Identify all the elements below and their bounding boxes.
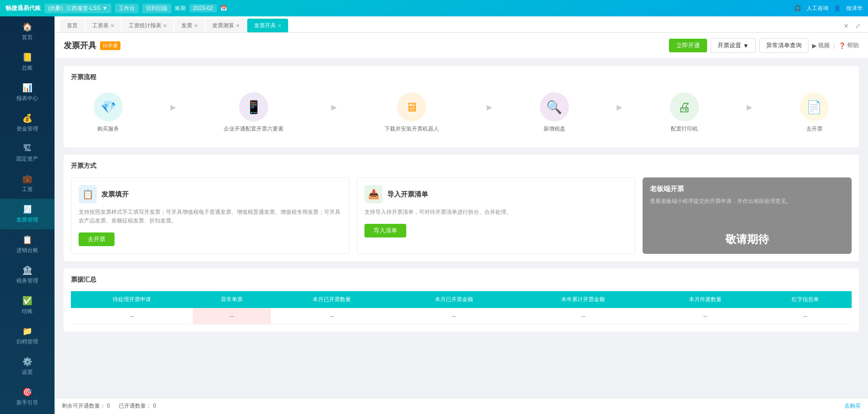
restore-tab-btn[interactable]: ⤢ (853, 21, 863, 30)
company-selector[interactable]: (勿删）江西服堂-LSS ▼ (45, 4, 111, 13)
sidebar-icon-ledger: 📒 (22, 52, 32, 62)
summary-section: 票据汇总 待处理开票申请异常单票本月已开票数量本月已开票金额本年累计开票金额本月… (64, 268, 859, 332)
sidebar-item-settings[interactable]: ⚙️设置 (0, 351, 55, 382)
workspace-btn[interactable]: 工作台 (115, 4, 139, 13)
company-dropdown-icon: ▼ (102, 5, 108, 11)
calendar-icon: 📅 (220, 5, 227, 11)
fill-open-desc: 支持按照发票样式手工填写开发票；可开具增值税电子普通发票、增值税普通发票、增值税… (79, 208, 342, 225)
avatar-icon: 👤 (834, 5, 841, 11)
summary-col-4: 本年累计开票金额 (515, 291, 652, 308)
fill-open-title: 发票填开 (101, 190, 129, 199)
flow-step-enterprise-setup[interactable]: 📱 企业开通配置开票六要素 (224, 92, 284, 133)
sidebar-icon-salary: 💼 (22, 174, 32, 184)
divider-1: | (833, 42, 835, 49)
flow-step-config-printer[interactable]: 🖨 配置打印机 (670, 92, 699, 133)
remaining-label: 剩余可开通数量： (62, 403, 105, 409)
tab-close-salary-report[interactable]: ✕ (163, 23, 167, 28)
sidebar-item-ledger[interactable]: 📒总账 (0, 47, 55, 77)
support-label[interactable]: 人工咨询 (807, 5, 828, 12)
switch-old-btn[interactable]: 切到旧版 (142, 4, 171, 13)
import-open-btn[interactable]: 导入清单 (364, 224, 406, 237)
tab-invoice-calc[interactable]: 发票测算✕ (205, 19, 246, 32)
video-help-btn[interactable]: ▶ 视频 (812, 41, 830, 50)
summary-col-6: 红字信息单 (759, 291, 852, 308)
tab-invoice[interactable]: 发票✕ (175, 19, 205, 32)
flow-step-open-invoice[interactable]: 📄 去开票 (800, 92, 829, 133)
flow-step-label-add-taxbox: 新增税盘 (544, 125, 565, 133)
tab-label-invoice-open: 发票开具 (254, 22, 276, 30)
buy-link[interactable]: 去购买 (844, 402, 861, 410)
sidebar-label-invoice-mgr: 发票管理 (16, 216, 38, 224)
sidebar-item-member[interactable]: 👑畅会员 (0, 412, 55, 414)
help-btn[interactable]: ❓ 帮助 (838, 41, 859, 50)
page-title-area: 发票开具 待开通 (64, 40, 120, 51)
open-now-btn[interactable]: 立即开通 (669, 39, 707, 52)
sidebar-icon-tax: 🏦 (22, 265, 32, 275)
fill-open-icon: 📋 (79, 185, 97, 203)
sidebar-item-salary[interactable]: 💼工资 (0, 168, 55, 199)
flow-step-download-robot[interactable]: 🖥 下载并安装开票机器人 (384, 92, 439, 133)
remaining-value: 0 (107, 403, 110, 409)
sidebar-item-tax[interactable]: 🏦税务管理 (0, 260, 55, 290)
flow-step-label-enterprise-setup: 企业开通配置开票六要素 (224, 125, 284, 133)
sidebar-label-purchase: 进销台账 (16, 247, 38, 254)
flow-step-label-config-printer: 配置打印机 (671, 125, 698, 133)
sidebar-item-reports[interactable]: 📊报表中心 (0, 77, 55, 108)
sidebar-item-newbie[interactable]: 🎯新手引导 (0, 382, 55, 412)
help-label: 帮助 (847, 41, 859, 50)
page-body: 开票流程 💎 购买服务 ▶ 📱 企业开通配置开票六要素 ▶ 🖥 下载并安装开票机… (55, 59, 868, 398)
tab-close-invoice[interactable]: ✕ (194, 23, 198, 28)
period-value[interactable]: 2023-02 (190, 4, 217, 12)
fill-open-btn[interactable]: 去开票 (79, 232, 115, 246)
flow-step-add-taxbox[interactable]: 🔍 新增税盘 (540, 92, 569, 133)
summary-table: 待处理开票申请异常单票本月已开票数量本月已开票金额本年累计开票金额本月作废数量红… (71, 291, 852, 324)
top-bar-right: 🎧 人工咨询 👤 徐泽华 (794, 5, 863, 12)
flow-arrow-2: ▶ (487, 103, 492, 122)
tab-close-salary[interactable]: ✕ (110, 23, 114, 28)
old-terminal-card: 老板端开票 查看老板端小程序提交的开票申请，并作出相应处理意见。 敬请期待 (643, 177, 852, 254)
bottom-info: 剩余可开通数量： 0 已开通数量： 0 (62, 402, 156, 410)
close-tab-btn[interactable]: ✕ (842, 21, 851, 30)
flow-step-label-buy-service: 购买服务 (97, 125, 119, 133)
summary-val-1: -- (193, 308, 271, 324)
methods-section-title: 开票方式 (71, 162, 852, 170)
sidebar-icon-purchase: 📋 (22, 235, 32, 245)
sidebar-item-settle[interactable]: ✅结账 (0, 290, 55, 321)
tab-invoice-open[interactable]: 发票开具✕ (247, 19, 288, 32)
summary-col-0: 待处理开票申请 (71, 291, 193, 308)
sidebar-item-archive[interactable]: 📁归档管理 (0, 321, 55, 351)
sidebar-icon-newbie: 🎯 (22, 387, 32, 397)
flow-step-buy-service[interactable]: 💎 购买服务 (94, 92, 123, 133)
sidebar-icon-archive: 📁 (22, 326, 32, 336)
sidebar-icon-home: 🏠 (22, 22, 32, 32)
sidebar-icon-funds: 💰 (22, 113, 32, 123)
sidebar-item-invoice-mgr[interactable]: 🧾发票管理 (0, 199, 55, 229)
sidebar-item-purchase[interactable]: 📋进销台账 (0, 229, 55, 260)
open-settings-label: 开票设置 (718, 41, 741, 50)
tab-close-invoice-open[interactable]: ✕ (278, 23, 281, 28)
coming-soon-text: 敬请期待 (650, 232, 844, 247)
abnormal-query-btn[interactable]: 异常清单查询 (759, 38, 808, 53)
tab-salary[interactable]: 工资表✕ (85, 19, 121, 32)
flow-step-icon-add-taxbox: 🔍 (540, 92, 569, 121)
open-settings-btn[interactable]: 开票设置 ▼ (711, 38, 756, 53)
top-bar: 畅捷通易代账 (勿删）江西服堂-LSS ▼ 工作台 切到旧版 账期 2023-0… (0, 0, 868, 16)
flow-steps: 💎 购买服务 ▶ 📱 企业开通配置开票六要素 ▶ 🖥 下载并安装开票机器人 ▶ … (71, 89, 852, 140)
sidebar-item-home[interactable]: 🏠首页 (0, 16, 55, 47)
tab-salary-report[interactable]: 工资统计报表✕ (122, 19, 174, 32)
sidebar-item-funds[interactable]: 💰资金管理 (0, 108, 55, 138)
user-name[interactable]: 徐泽华 (846, 5, 863, 12)
summary-val-0: -- (71, 308, 193, 324)
flow-arrow-4: ▶ (747, 103, 752, 122)
sidebar-icon-settle: ✅ (22, 296, 32, 306)
summary-col-2: 本月已开票数量 (271, 291, 393, 308)
sidebar-icon-assets: 🏗 (23, 144, 31, 153)
page-content: 发票开具 待开通 立即开通 开票设置 ▼ 异常清单查询 ▶ 视频 | (55, 33, 868, 414)
tab-home[interactable]: 首页 (60, 19, 85, 32)
summary-col-5: 本月作废数量 (652, 291, 759, 308)
tab-close-invoice-calc[interactable]: ✕ (236, 23, 239, 28)
sidebar-item-assets[interactable]: 🏗固定资产 (0, 138, 55, 168)
summary-val-2: -- (271, 308, 393, 324)
sidebar-label-salary: 工资 (22, 186, 33, 193)
fill-open-header: 📋 发票填开 (79, 185, 342, 203)
